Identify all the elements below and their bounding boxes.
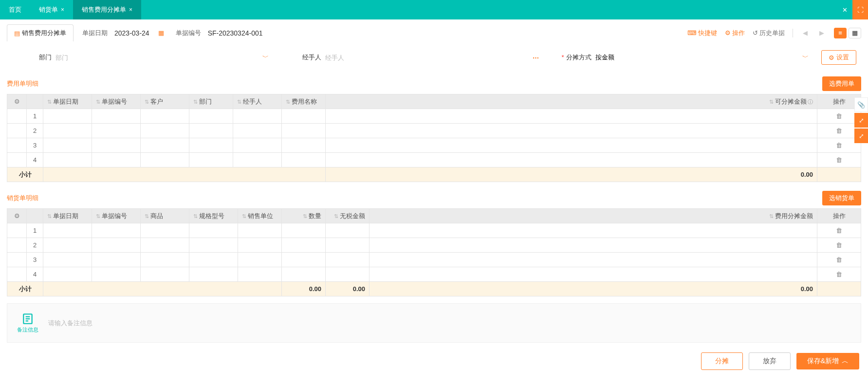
fee-detail-title: 费用单明细: [7, 79, 38, 88]
col-amount-notax[interactable]: 无税金额: [326, 209, 369, 223]
delete-icon[interactable]: 🗑: [836, 127, 842, 134]
handler-input[interactable]: [325, 54, 541, 61]
delete-icon[interactable]: 🗑: [836, 156, 842, 164]
tab-sales-order[interactable]: 销货单×: [30, 0, 73, 19]
dept-input[interactable]: [55, 54, 272, 61]
sales-detail-title: 销货单明细: [7, 194, 38, 203]
col-code[interactable]: 单据编号: [92, 209, 141, 223]
close-icon[interactable]: ×: [61, 6, 64, 13]
attachment-button[interactable]: 📎: [854, 97, 868, 112]
delete-icon[interactable]: 🗑: [836, 142, 842, 149]
remarks-input[interactable]: [48, 319, 851, 327]
save-new-button[interactable]: 保存&新增︿: [796, 353, 859, 369]
col-unit[interactable]: 销售单位: [238, 209, 282, 223]
col-code[interactable]: 单据编号: [92, 94, 141, 109]
history-button[interactable]: ↺历史单据: [753, 29, 785, 37]
table-row[interactable]: 2🗑: [7, 238, 861, 253]
sales-detail-table: ⚙ 单据日期 单据编号 商品 规格型号 销售单位 数量 无税金额 费用分摊金额 …: [7, 208, 861, 296]
top-tabbar: 首页 销货单× 销售费用分摊单× ✕ ⛶: [0, 0, 868, 19]
allocate-button[interactable]: 分摊: [701, 352, 743, 370]
fullscreen-button[interactable]: ⛶: [852, 0, 868, 19]
method-input[interactable]: [595, 54, 812, 61]
gear-icon[interactable]: ⚙: [14, 98, 20, 105]
footer-actions: 分摊 放弃 保存&新增︿: [7, 349, 861, 374]
subtotal-label: 小计: [7, 282, 43, 296]
date-label: 单据日期: [82, 29, 108, 37]
document-icon: ▤: [14, 30, 20, 37]
discard-button[interactable]: 放弃: [749, 352, 791, 370]
col-feename[interactable]: 费用名称: [282, 94, 326, 109]
col-ops: 操作: [817, 209, 861, 223]
table-row[interactable]: 3🗑: [7, 253, 861, 267]
handler-label: 经手人: [281, 53, 325, 62]
history-icon: ↺: [753, 29, 758, 37]
table-row[interactable]: 4🗑: [7, 153, 861, 167]
col-dept[interactable]: 部门: [189, 94, 233, 109]
subtotal-value: 0.00: [326, 167, 817, 182]
tab-sales-fee-alloc[interactable]: 销售费用分摊单×: [73, 0, 141, 19]
table-row[interactable]: 4🗑: [7, 267, 861, 282]
document-type-label: 销售费用分摊单: [22, 29, 66, 37]
gear-icon: ⚙: [725, 29, 731, 37]
table-row[interactable]: 2🗑: [7, 124, 861, 138]
gear-icon[interactable]: ⚙: [14, 212, 20, 220]
help-icon[interactable]: ⓘ: [808, 99, 813, 105]
col-handler[interactable]: 经手人: [233, 94, 282, 109]
document-header: ▤ 销售费用分摊单 单据日期 2023-03-24 ▦ 单据编号 SF-2023…: [7, 24, 861, 41]
tab-home[interactable]: 首页: [0, 0, 30, 19]
form-row: 部门 ﹀ 经手人 ⋯ 分摊方式 ﹀ ⚙ 设置: [7, 45, 861, 74]
settings-button[interactable]: ⚙ 设置: [821, 50, 856, 65]
select-sales-button[interactable]: 选销货单: [822, 191, 861, 205]
date-value[interactable]: 2023-03-24: [114, 29, 149, 37]
delete-icon[interactable]: 🗑: [836, 227, 842, 234]
document-type-tab[interactable]: ▤ 销售费用分摊单: [7, 24, 74, 41]
chevron-up-icon: ︿: [842, 357, 849, 366]
col-product[interactable]: 商品: [141, 209, 189, 223]
col-date[interactable]: 单据日期: [43, 94, 92, 109]
alloc-subtotal: 0.00: [369, 282, 817, 296]
keyboard-icon: ⌨: [687, 29, 697, 37]
code-value: SF-20230324-001: [208, 29, 263, 37]
view-list-button[interactable]: ≡: [834, 28, 847, 38]
prev-button[interactable]: ◀: [801, 29, 810, 37]
divider: [793, 29, 793, 37]
col-qty[interactable]: 数量: [282, 209, 326, 223]
view-grid-button[interactable]: ▦: [849, 28, 861, 38]
delete-icon[interactable]: 🗑: [836, 256, 842, 263]
calendar-icon[interactable]: ▦: [158, 29, 164, 37]
code-label: 单据编号: [176, 29, 201, 37]
delete-icon[interactable]: 🗑: [836, 112, 842, 120]
delete-icon[interactable]: 🗑: [836, 271, 842, 278]
close-icon[interactable]: ×: [129, 6, 132, 13]
next-button[interactable]: ▶: [817, 29, 826, 37]
col-date[interactable]: 单据日期: [43, 209, 92, 223]
gear-icon: ⚙: [829, 54, 834, 61]
expand-button[interactable]: ⤢: [854, 113, 868, 128]
table-row[interactable]: 3🗑: [7, 138, 861, 153]
col-spec[interactable]: 规格型号: [189, 209, 238, 223]
close-window-button[interactable]: ✕: [837, 0, 852, 19]
col-alloc-fee[interactable]: 费用分摊金额: [369, 209, 817, 223]
shortcut-button[interactable]: ⌨快捷键: [687, 29, 717, 37]
table-row[interactable]: 1🗑: [7, 109, 861, 124]
operations-button[interactable]: ⚙操作: [725, 29, 745, 37]
amount-subtotal: 0.00: [326, 282, 369, 296]
col-customer[interactable]: 客户: [141, 94, 189, 109]
subtotal-label: 小计: [7, 167, 43, 182]
dept-label: 部门: [12, 53, 55, 62]
select-fee-button[interactable]: 选费用单: [822, 76, 861, 91]
side-toolbar: 📎 ⤢ ⤢: [854, 97, 868, 144]
method-label: 分摊方式: [552, 53, 595, 62]
fee-detail-table: ⚙ 单据日期 单据编号 客户 部门 经手人 费用名称 可分摊金额ⓘ 操作 1🗑2…: [7, 94, 861, 182]
more-icon[interactable]: ⋯: [533, 54, 539, 61]
table-row[interactable]: 1🗑: [7, 223, 861, 238]
delete-icon[interactable]: 🗑: [836, 241, 842, 249]
remarks-icon: 备注信息: [17, 313, 38, 333]
col-alloc-amount[interactable]: 可分摊金额ⓘ: [326, 94, 817, 109]
qty-subtotal: 0.00: [282, 282, 326, 296]
remarks-box: 备注信息: [7, 303, 861, 343]
remarks-label: 备注信息: [17, 327, 38, 332]
expand-button-2[interactable]: ⤢: [854, 129, 868, 143]
